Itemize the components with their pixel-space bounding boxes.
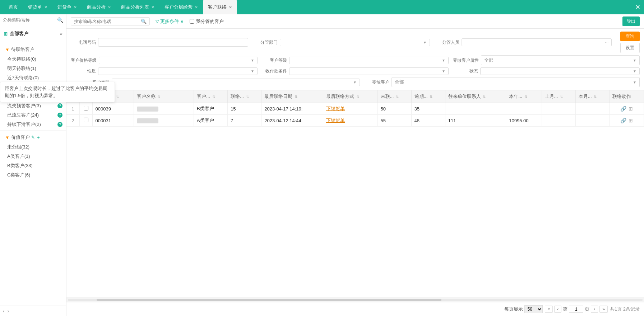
scroll-thumb[interactable]: [97, 299, 441, 301]
row2-grid-icon[interactable]: ⊞: [629, 118, 633, 123]
filter-customer-grade-select[interactable]: ▼: [289, 57, 449, 64]
row2-link-icon[interactable]: 🔗: [620, 118, 626, 123]
sidebar-item-already-lost[interactable]: 已流失客户(24) ?: [0, 110, 66, 120]
prev-page-btn[interactable]: ‹: [554, 306, 561, 313]
sidebar-item-c-class[interactable]: C类客户(6): [0, 170, 66, 180]
nav-tab-purchase[interactable]: 进货单 ✕: [52, 0, 82, 14]
row2-checkbox-cell[interactable]: [79, 115, 92, 127]
filter-retail-attr-select[interactable]: 全部 ▼: [481, 55, 640, 65]
filter-price-grade-field: 客户价格等级 ▼: [71, 57, 258, 64]
export-button[interactable]: 导出: [622, 16, 640, 26]
row1-link-icon[interactable]: 🔗: [620, 106, 626, 112]
nav-tab-analysis-list[interactable]: 商品分析列表 ✕: [116, 0, 159, 14]
main-search-icon[interactable]: 🔍: [141, 19, 147, 24]
first-page-btn[interactable]: «: [545, 306, 553, 313]
my-customer-checkbox[interactable]: [190, 19, 194, 24]
close-sales-tab[interactable]: ✕: [44, 5, 47, 10]
scroll-track[interactable]: [68, 299, 643, 301]
sidebar-item-declining[interactable]: 持续下滑客户(2) ?: [0, 120, 66, 129]
sort-name-icon[interactable]: ⇅: [157, 95, 160, 99]
sidebar-pending-group[interactable]: ▼ 待联络客户: [0, 44, 66, 55]
close-customer-layer-tab[interactable]: ✕: [195, 5, 198, 10]
filter-status-select[interactable]: ▼: [480, 67, 640, 75]
value-group-add-icon[interactable]: ＋: [36, 135, 41, 141]
sidebar-item-today[interactable]: 今天待联络(0): [0, 55, 66, 64]
sidebar-next-btn[interactable]: ›: [8, 308, 9, 314]
nav-tab-analysis[interactable]: 商品分析 ✕: [82, 0, 116, 14]
main-search-input[interactable]: [74, 19, 139, 24]
customer-grade-chevron-icon: ▼: [442, 58, 445, 62]
sort-lastmonth-icon[interactable]: ⇅: [560, 95, 563, 99]
page-number-input[interactable]: [569, 306, 583, 313]
sidebar-item-a-class[interactable]: A类客户(1): [0, 152, 66, 161]
row1-num: 1: [66, 103, 79, 115]
sidebar-search-input[interactable]: [3, 18, 57, 23]
nav-tab-customer-contact[interactable]: 客户联络 ✕: [203, 0, 237, 14]
sort-thismonth-icon[interactable]: ⇅: [594, 95, 597, 99]
row1-this-month: [575, 103, 609, 115]
row1-grid-icon[interactable]: ⊞: [629, 106, 633, 112]
filter-phone-input[interactable]: [98, 38, 248, 47]
branch-person-more-icon[interactable]: ···: [605, 40, 608, 44]
my-customer-checkbox-label[interactable]: 我分管的客户: [190, 18, 224, 25]
sidebar-prev-btn[interactable]: ‹: [3, 308, 5, 314]
th-last-month: 上月... ⇅: [542, 90, 575, 103]
close-analysis-tab[interactable]: ✕: [108, 5, 111, 10]
close-all-tabs[interactable]: ✕: [635, 3, 640, 11]
row2-unlinked: 55: [377, 115, 411, 127]
total-records: 共1页 2条记录: [610, 306, 640, 312]
nav-tab-customer-layer[interactable]: 客户分层经营 ✕: [159, 0, 203, 14]
query-button[interactable]: 查询: [620, 32, 640, 41]
sidebar-search-icon[interactable]: 🔍: [57, 17, 63, 23]
horizontal-scroll-area[interactable]: [66, 297, 644, 302]
row1-checkbox[interactable]: [84, 106, 88, 110]
sidebar-item-b-class[interactable]: B类客户(33): [0, 161, 66, 170]
sidebar-item-ungroup[interactable]: 未分组(32): [0, 142, 66, 152]
nav-tab-sales[interactable]: 销货单 ✕: [23, 0, 52, 14]
setting-button[interactable]: 设置: [620, 43, 640, 53]
declining-info-icon[interactable]: ?: [57, 122, 62, 127]
sort-contact-icon[interactable]: ⇅: [246, 95, 249, 99]
filter-customer-type-select[interactable]: ▼: [112, 79, 360, 86]
per-page-select[interactable]: 50 20 100: [524, 305, 543, 313]
top-nav: 首页 销货单 ✕ 进货单 ✕ 商品分析 ✕ 商品分析列表 ✕ 客户分层经营 ✕ …: [0, 0, 644, 14]
row1-contact-count: 15: [228, 103, 261, 115]
sort-code-icon[interactable]: ⇅: [116, 95, 119, 99]
sort-method-icon[interactable]: ⇅: [356, 95, 359, 99]
row2-checkbox[interactable]: [84, 118, 88, 122]
close-purchase-tab[interactable]: ✕: [74, 5, 77, 10]
filter-payment-select[interactable]: ▼: [289, 67, 449, 75]
filter-gender-select[interactable]: ▼: [98, 67, 258, 75]
close-analysis-list-tab[interactable]: ✕: [151, 5, 154, 10]
row2-last-contact-method[interactable]: 下销货单: [323, 115, 377, 127]
next-page-btn[interactable]: ›: [591, 306, 598, 313]
sidebar-item-tomorrow[interactable]: 明天待联络(1): [0, 64, 66, 73]
last-page-btn[interactable]: »: [599, 306, 608, 313]
more-filters-btn[interactable]: ▽ 更多条件 ∧: [153, 17, 187, 26]
sidebar-item-7days[interactable]: 近7天待联络(0): [0, 73, 66, 82]
sort-date-icon[interactable]: ⇅: [295, 95, 297, 99]
nav-tab-home[interactable]: 首页: [4, 0, 23, 14]
row1-checkbox-cell[interactable]: [79, 103, 92, 115]
already-lost-info-icon[interactable]: ?: [57, 113, 62, 118]
filter-retail-customer-select[interactable]: 全部 ▼: [392, 77, 640, 87]
filter-action-buttons: 查询 设置: [620, 32, 640, 53]
sort-type-icon[interactable]: ⇅: [212, 95, 215, 99]
row1-code: 000039: [92, 103, 134, 115]
filter-branch-person-select[interactable]: ···: [462, 38, 612, 46]
sort-person-icon[interactable]: ⇅: [483, 95, 486, 99]
filter-row-1: 电话号码 分管部门 ▼ 分管人员 ···: [71, 32, 640, 53]
close-customer-contact-tab[interactable]: ✕: [229, 5, 232, 10]
filter-price-grade-select[interactable]: ▼: [99, 57, 258, 64]
lost-warning-info-icon[interactable]: ?: [57, 103, 62, 108]
value-group-edit-icon[interactable]: ✎: [31, 135, 35, 140]
sort-overdue-icon[interactable]: ⇅: [430, 95, 432, 99]
sidebar-all-customers[interactable]: ⊞ 全部客户 «: [0, 28, 66, 39]
sidebar-collapse-btn[interactable]: «: [60, 31, 62, 37]
sort-unlinked-icon[interactable]: ⇅: [396, 95, 399, 99]
sidebar-item-lost-warning[interactable]: 流失预警客户(3) ?: [0, 101, 66, 110]
sort-year-icon[interactable]: ⇅: [524, 95, 527, 99]
row1-last-contact-method[interactable]: 下销货单: [323, 103, 377, 115]
filter-branch-dept-select[interactable]: ▼: [280, 39, 430, 46]
row1-customer-type: B类客户: [194, 103, 228, 115]
